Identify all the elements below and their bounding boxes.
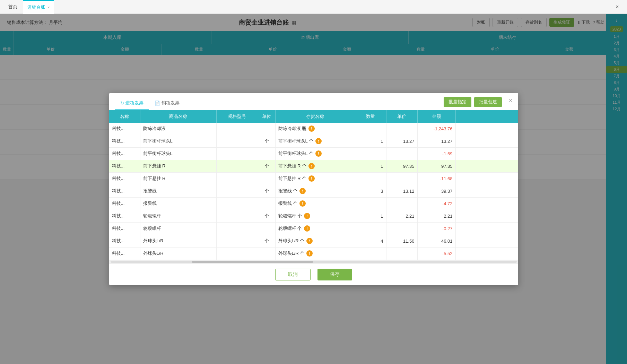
window-close-button[interactable]: × <box>610 0 624 14</box>
cell-inventory: 轮毂螺杆 个 ! <box>276 210 355 222</box>
cell-product: 外球头L/R <box>140 235 217 247</box>
warning-icon: ! <box>304 225 310 232</box>
cell-spec <box>217 123 258 135</box>
cell-unit-price <box>386 198 418 210</box>
table-row[interactable]: 科技... 报警线 报警线 个 ! -4.72 <box>109 198 518 210</box>
cell-unit: 个 <box>258 210 276 222</box>
cancel-button[interactable]: 取消 <box>275 269 311 280</box>
cell-qty: 3 <box>355 185 386 197</box>
cell-product: 报警线 <box>140 198 217 210</box>
col-qty: 数量 <box>355 110 386 123</box>
batch-assign-button[interactable]: 批量指定 <box>444 97 471 107</box>
table-row[interactable]: 科技... 前下悬挂 R 前下悬挂 R 个 ! -11.68 <box>109 173 518 185</box>
cell-unit-price: 97.35 <box>386 160 418 172</box>
table-row[interactable]: 科技... 防冻冷却液 防冻冷却液 瓶 ! -1,243.76 <box>109 123 518 135</box>
cell-qty <box>355 248 386 260</box>
cell-qty <box>355 173 386 185</box>
cell-amount: 46.01 <box>418 235 456 247</box>
warning-icon: ! <box>315 138 322 144</box>
cell-inventory: 外球头L/R 个 ! <box>276 235 355 247</box>
cell-qty: 1 <box>355 210 386 222</box>
save-button[interactable]: 保存 <box>317 269 352 280</box>
cell-amount: -4.72 <box>418 198 456 210</box>
warning-icon: ! <box>308 175 315 182</box>
cell-qty: 1 <box>355 135 386 147</box>
cell-unit <box>258 248 276 260</box>
cell-name: 科技... <box>109 123 140 135</box>
cell-name: 科技... <box>109 235 140 247</box>
scrollbar-track[interactable] <box>111 261 517 263</box>
cell-amount: -0.27 <box>418 223 456 235</box>
cell-spec <box>217 135 258 147</box>
warning-icon: ! <box>304 213 310 219</box>
warning-icon: ! <box>306 238 313 244</box>
cell-inventory: 前平衡杆球头L 个 ! <box>276 135 355 147</box>
cell-product: 前平衡杆球头L <box>140 135 217 147</box>
cell-spec <box>217 210 258 222</box>
cell-amount: 39.37 <box>418 185 456 197</box>
tab-active[interactable]: 进销台账 × <box>23 0 54 14</box>
modal-header-right: 批量指定 批量创建 × <box>444 97 513 110</box>
table-row[interactable]: 科技... 轮毂螺杆 个 轮毂螺杆 个 ! 1 2.21 2.21 <box>109 210 518 223</box>
warning-icon: ! <box>299 188 306 194</box>
batch-create-button[interactable]: 批量创建 <box>474 97 502 107</box>
warning-icon: ! <box>308 125 315 132</box>
tab-incoming-invoice[interactable]: ↻ 进项发票 <box>115 97 149 110</box>
cell-product: 前下悬挂 R <box>140 160 217 172</box>
cell-unit: 个 <box>258 160 276 172</box>
table-row[interactable]: 科技... 前平衡杆球头L 个 前平衡杆球头L 个 ! 1 13.27 13.2… <box>109 135 518 148</box>
col-unit-price: 单价 <box>386 110 418 123</box>
cell-unit-price: 2.21 <box>386 210 418 222</box>
outgoing-tab-icon: 📄 <box>155 101 160 106</box>
scrollbar-thumb[interactable] <box>192 261 314 263</box>
cell-unit-price: 13.27 <box>386 135 418 147</box>
cell-product: 前平衡杆球头L <box>140 148 217 160</box>
cell-inventory: 外球头L/R 个 ! <box>276 248 355 260</box>
cell-unit-price: 11.50 <box>386 235 418 247</box>
table-row[interactable]: 科技... 前平衡杆球头L 前平衡杆球头L 个 ! -1.59 <box>109 148 518 160</box>
cell-product: 轮毂螺杆 <box>140 223 217 235</box>
modal-table-header: 名称 商品名称 规格型号 单位 存货名称 数量 单价 金额 <box>109 110 518 123</box>
cell-amount: -11.68 <box>418 173 456 185</box>
col-product: 商品名称 <box>140 110 217 123</box>
cell-name: 科技... <box>109 160 140 172</box>
cell-name: 科技... <box>109 173 140 185</box>
tab-outgoing-invoice[interactable]: 📄 销项发票 <box>149 97 185 110</box>
modal-scrollbar[interactable] <box>109 260 518 263</box>
cell-name: 科技... <box>109 148 140 160</box>
cell-amount: -1.59 <box>418 148 456 160</box>
cell-spec <box>217 173 258 185</box>
cell-inventory: 前下悬挂 R 个 ! <box>276 173 355 185</box>
col-inventory: 存货名称 <box>276 110 355 123</box>
tab-home[interactable]: 首页 <box>3 0 23 14</box>
cell-amount: 2.21 <box>418 210 456 222</box>
cell-product: 防冻冷却液 <box>140 123 217 135</box>
cell-qty <box>355 198 386 210</box>
table-row[interactable]: 科技... 外球头L/R 外球头L/R 个 ! -5.52 <box>109 248 518 260</box>
cell-amount: 97.35 <box>418 160 456 172</box>
table-row[interactable]: 科技... 外球头L/R 个 外球头L/R 个 ! 4 11.50 46.01 <box>109 235 518 248</box>
warning-icon: ! <box>299 200 306 207</box>
modal-header: ↻ 进项发票 📄 销项发票 批量指定 批量创建 × <box>109 93 518 110</box>
cell-unit-price <box>386 223 418 235</box>
cell-qty <box>355 223 386 235</box>
tab-close-icon[interactable]: × <box>47 0 50 14</box>
modal-table-body: 科技... 防冻冷却液 防冻冷却液 瓶 ! -1,243.76 科技... 前平… <box>109 123 518 260</box>
table-row[interactable]: 科技... 报警线 个 报警线 个 ! 3 13.12 39.37 <box>109 185 518 198</box>
cell-amount: -1,243.76 <box>418 123 456 135</box>
cell-unit <box>258 223 276 235</box>
col-spec: 规格型号 <box>217 110 258 123</box>
cell-qty <box>355 148 386 160</box>
cell-unit: 个 <box>258 135 276 147</box>
incoming-tab-icon: ↻ <box>120 101 124 106</box>
table-row[interactable]: 科技... 前下悬挂 R 个 前下悬挂 R 个 ! 1 97.35 97.35 <box>109 160 518 173</box>
table-row[interactable]: 科技... 轮毂螺杆 轮毂螺杆 个 ! -0.27 <box>109 223 518 235</box>
warning-icon: ! <box>315 150 322 157</box>
cell-name: 科技... <box>109 223 140 235</box>
cell-amount: 13.27 <box>418 135 456 147</box>
modal-close-button[interactable]: × <box>509 97 513 107</box>
cell-inventory: 前下悬挂 R 个 ! <box>276 160 355 172</box>
cell-spec <box>217 223 258 235</box>
cell-spec <box>217 198 258 210</box>
cell-product: 轮毂螺杆 <box>140 210 217 222</box>
